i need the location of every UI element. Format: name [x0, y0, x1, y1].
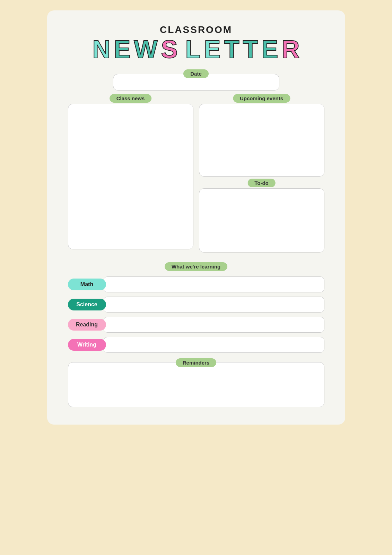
letter-r: R	[280, 36, 301, 62]
letter-s: S	[159, 36, 179, 62]
learning-section: What we're learning Math Science Reading…	[68, 262, 324, 353]
upcoming-events-label: Upcoming events	[233, 94, 290, 103]
todo-label: To-do	[247, 179, 276, 187]
math-pill: Math	[68, 279, 106, 290]
todo-section: To-do	[199, 183, 324, 253]
math-input-box[interactable]	[103, 276, 324, 292]
date-label: Date	[183, 69, 209, 78]
subject-row-reading: Reading	[68, 317, 324, 333]
letter-l: L	[184, 36, 202, 62]
reminders-label: Reminders	[176, 358, 217, 367]
reminders-box[interactable]	[68, 362, 324, 407]
letter-n: N	[91, 36, 112, 62]
learning-label: What we're learning	[165, 262, 227, 271]
letter-e2: E	[202, 36, 222, 62]
science-pill: Science	[68, 299, 106, 310]
writing-input-box[interactable]	[103, 337, 324, 353]
classroom-title: CLASSROOM	[68, 24, 324, 35]
class-news-label: Class news	[110, 94, 152, 103]
newsletter-title: N E W S L E T T E R	[68, 36, 324, 62]
writing-pill: Writing	[68, 339, 106, 351]
letter-t1: T	[223, 36, 241, 62]
letter-t2: T	[242, 36, 260, 62]
two-column-section: Class news Upcoming events To-do	[68, 99, 324, 253]
subject-row-science: Science	[68, 297, 324, 313]
science-input-box[interactable]	[103, 297, 324, 313]
subject-row-writing: Writing	[68, 337, 324, 353]
date-label-wrap: Date	[183, 69, 209, 78]
reading-input-box[interactable]	[103, 317, 324, 333]
letter-e1: E	[112, 36, 132, 62]
subject-row-math: Math	[68, 276, 324, 292]
letter-e3: E	[260, 36, 279, 62]
date-section: Date	[68, 69, 324, 91]
class-news-section: Class news	[68, 99, 193, 253]
newsletter-page: CLASSROOM N E W S L E T T E R Date Class…	[47, 10, 345, 425]
right-column: Upcoming events To-do	[199, 99, 324, 253]
letter-w: W	[133, 36, 159, 62]
reading-pill: Reading	[68, 319, 106, 331]
todo-box[interactable]	[199, 188, 324, 253]
upcoming-events-box[interactable]	[199, 104, 324, 177]
class-news-box[interactable]	[68, 104, 193, 249]
upcoming-events-section: Upcoming events	[199, 99, 324, 177]
reminders-label-wrap: Reminders	[68, 358, 324, 367]
learning-header: What we're learning	[68, 262, 324, 271]
header: CLASSROOM N E W S L E T T E R	[68, 24, 324, 62]
reminders-section: Reminders	[68, 358, 324, 407]
